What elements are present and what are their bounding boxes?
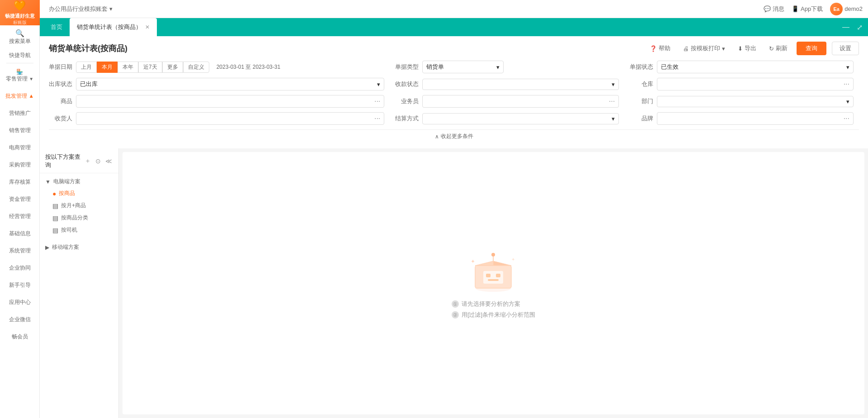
user-menu[interactable]: Ea demo2	[830, 3, 863, 15]
sidebar-item-finance[interactable]: 资金管理	[0, 191, 39, 208]
collapse-label: 收起更多条件	[441, 133, 473, 140]
out-status-select[interactable]: 已出库 ▾	[76, 78, 384, 90]
empty-illustration: ✦ ✦	[466, 247, 520, 293]
sidebar-item-ecom[interactable]: 电商管理	[0, 139, 39, 157]
salesman-more-icon[interactable]: ···	[609, 97, 615, 105]
sidebar-logo[interactable]: 🧡 畅捷通好生意 标账版	[0, 0, 40, 25]
doc-type-value: 销货单	[426, 63, 444, 71]
export-icon: ⬇	[738, 45, 743, 52]
settings-button[interactable]: 设置	[832, 42, 859, 55]
query-button[interactable]: 查询	[797, 42, 826, 55]
sidebar-item-wechat[interactable]: 企业微信	[0, 311, 39, 328]
collapse-arrow-icon: ∧	[435, 133, 439, 140]
app-selector[interactable]: 办公用品行业模拟账套 ▾	[45, 3, 116, 15]
pay-status-select[interactable]: ▾	[422, 79, 619, 90]
scheme-item-month-goods[interactable]: ▤ 按月+商品	[40, 200, 118, 212]
logo-text: 畅捷通好生意	[5, 13, 35, 19]
collapse-bar[interactable]: ∧ 收起更多条件	[49, 129, 859, 143]
doc-type-select[interactable]: 销货单 ▾	[422, 61, 504, 73]
sidebar-item-collab[interactable]: 企业协同	[0, 260, 39, 277]
brand-more-icon[interactable]: ···	[844, 114, 849, 123]
svg-rect-7	[496, 274, 500, 277]
filter-col-settle: 结算方式 ▾	[390, 113, 624, 124]
sidebar-search[interactable]: 🔍 搜索菜单	[0, 25, 39, 49]
date-range-text: 2023-03-01 至 2023-03-31	[217, 63, 280, 71]
sidebar-item-sys[interactable]: 系统管理	[0, 242, 39, 260]
logo-sub: 标账版	[13, 19, 27, 26]
tab-home-label: 首页	[51, 23, 62, 31]
date-more[interactable]: 更多	[162, 62, 183, 73]
goods-input[interactable]: ···	[76, 95, 384, 108]
salesman-input[interactable]: ···	[422, 95, 619, 108]
doc-status-label: 单据状态	[630, 63, 657, 71]
template-print-btn[interactable]: 🖨 按模板打印 ▾	[679, 43, 729, 54]
sidebar-item-marketing[interactable]: 营销推广	[0, 105, 39, 122]
doc-type-label: 单据类型	[395, 63, 422, 71]
filter-col-docstatus: 单据状态 已生效 ▾	[624, 61, 859, 73]
sidebar-item-wholesale[interactable]: 批发管理 ▲	[0, 88, 39, 105]
svg-marker-2	[475, 261, 493, 266]
export-btn[interactable]: ⬇ 导出	[734, 43, 760, 54]
date-custom[interactable]: 自定义	[183, 62, 209, 73]
settle-label: 结算方式	[395, 114, 422, 123]
sidebar-item-quick[interactable]: 快捷导航	[0, 49, 39, 62]
tab-report[interactable]: 销货单统计表（按商品） ✕	[70, 18, 157, 36]
scheme-item-goods-cat[interactable]: ▤ 按商品分类	[40, 212, 118, 224]
date-last-month[interactable]: 上月	[76, 62, 97, 73]
item-goods-cat-label: 按商品分类	[61, 214, 88, 222]
settle-select[interactable]: ▾	[422, 113, 619, 124]
sidebar-item-ops[interactable]: 经营管理	[0, 208, 39, 225]
maximize-icon[interactable]: ⤢	[855, 21, 864, 33]
filter-col-brand: 品牌 ···	[624, 112, 859, 125]
message-btn[interactable]: 💬 消息	[764, 5, 784, 13]
date-this-year[interactable]: 本年	[118, 62, 138, 73]
app-download-btn[interactable]: 📱 App下载	[792, 5, 823, 13]
sidebar-item-member[interactable]: 畅会员	[0, 328, 39, 346]
warehouse-input[interactable]: ···	[657, 78, 854, 90]
refresh-btn[interactable]: ↻ 刷新	[765, 43, 791, 54]
sidebar: 🧡 畅捷通好生意 标账版 🔍 搜索菜单 快捷导航 🏪 零售管理 ▼ 批发管理 ▲…	[0, 0, 40, 418]
consignee-input[interactable]: ···	[76, 112, 384, 125]
scheme-edit-icon[interactable]: ⊙	[94, 157, 102, 166]
filter-col-salesman: 业务员 ···	[390, 95, 624, 108]
goods-more-icon[interactable]: ···	[374, 97, 380, 105]
sidebar-item-retail[interactable]: 🏪 零售管理 ▼	[0, 64, 39, 88]
sidebar-item-apps[interactable]: 应用中心	[0, 294, 39, 311]
item-goods-label: 按商品	[59, 190, 75, 197]
mobile-group-label: 移动端方案	[52, 243, 79, 251]
scheme-add-icon[interactable]: ＋	[84, 156, 92, 166]
consignee-more-icon[interactable]: ···	[374, 114, 380, 123]
sidebar-item-purchase[interactable]: 采购管理	[0, 157, 39, 174]
sidebar-item-sales[interactable]: 销售管理	[0, 122, 39, 139]
scheme-item-goods[interactable]: ● 按商品	[40, 187, 118, 200]
filter-col-goods: 商品 ···	[49, 95, 390, 108]
minimize-icon[interactable]: —	[840, 21, 851, 33]
date-this-month[interactable]: 本月	[97, 62, 118, 73]
help-btn[interactable]: ❓ 帮助	[646, 43, 674, 54]
scheme-collapse-icon[interactable]: ≪	[104, 157, 113, 166]
sidebar-item-basic[interactable]: 基础信息	[0, 225, 39, 242]
tab-close-icon[interactable]: ✕	[145, 24, 150, 30]
group-label: 电脑端方案	[53, 178, 80, 185]
topbar-right: 💬 消息 📱 App下载 Ea demo2	[764, 3, 863, 15]
date-7days[interactable]: 近7天	[138, 62, 162, 73]
out-status-dropdown-icon: ▾	[377, 81, 380, 88]
warehouse-more-icon[interactable]: ···	[844, 80, 849, 88]
dept-select[interactable]: ▾	[657, 96, 854, 107]
pay-status-dropdown-icon: ▾	[612, 81, 615, 88]
scheme-item-driver[interactable]: ▤ 按司机	[40, 224, 118, 236]
sidebar-item-inventory[interactable]: 库存核算	[0, 174, 39, 191]
download-icon: 📱	[792, 5, 799, 12]
scheme-group-desktop-header[interactable]: ▼ 电脑端方案	[40, 176, 118, 187]
item-month-goods-icon: ▤	[52, 202, 58, 209]
tip-text-2: 用[过滤]条件来缩小分析范围	[462, 311, 535, 319]
doc-status-select[interactable]: 已生效 ▾	[657, 61, 854, 73]
scheme-group-mobile-header[interactable]: ▶ 移动端方案	[40, 242, 118, 253]
sidebar-item-guide[interactable]: 新手引导	[0, 277, 39, 294]
tip-num-1: ①	[452, 300, 459, 308]
print-icon: 🖨	[683, 45, 689, 52]
tab-home[interactable]: 首页	[43, 18, 70, 36]
brand-input[interactable]: ···	[657, 112, 854, 125]
message-icon: 💬	[764, 5, 771, 12]
svg-marker-3	[493, 261, 511, 266]
